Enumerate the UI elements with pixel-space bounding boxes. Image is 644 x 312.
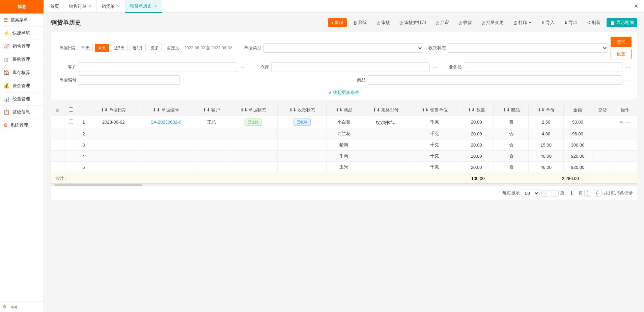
tab-close-sales-order[interactable]: ✕	[88, 4, 92, 9]
delete-button[interactable]: 🗑 删除	[349, 18, 370, 27]
warehouse-dots-btn[interactable]: ···	[432, 64, 439, 70]
date-btn-today[interactable]: 今天	[95, 44, 109, 52]
spec-column-header[interactable]: ⬆⬇ 规格型号	[361, 104, 410, 116]
show-detail-button[interactable]: 📋 显示明细	[607, 18, 637, 27]
scrollbar-track[interactable]	[51, 183, 637, 186]
gear-cell	[51, 128, 64, 139]
qty-column-header[interactable]: ⬆⬇ 数量	[459, 104, 494, 116]
customer-cell: 王总	[194, 116, 229, 128]
customer-input[interactable]	[79, 62, 237, 72]
doc-status-badge: 已生效	[245, 119, 262, 126]
filter-collapse-btn[interactable]: ∧ 收起更多条件	[56, 88, 632, 97]
print-button[interactable]: 🖨 打印 ▼	[510, 18, 535, 27]
docno-cell	[138, 139, 194, 151]
docstatus-column-header[interactable]: ⬆⬇ 单据状态	[229, 104, 278, 116]
date-btn-7days[interactable]: 近7天	[111, 44, 128, 52]
tab-close-sales-history[interactable]: ✕	[154, 4, 157, 8]
sidebar-collapse-icon[interactable]: ◀◀	[10, 304, 17, 309]
refresh-button[interactable]: ↺ 刷新	[584, 18, 604, 27]
first-page-btn[interactable]: ⟨⟨	[541, 190, 550, 197]
sidebar-item-label: 搜索菜单	[10, 17, 28, 23]
table-header-row: ⚙ ⬆⬇ 单据日期 ⬆⬇ 单据编号 ⬆⬇ 客户	[51, 104, 637, 116]
filter-row-3: 单据编号 商品 ···	[56, 75, 632, 85]
sidebar-settings-icon[interactable]: ⚙	[3, 304, 7, 309]
select-all-checkbox[interactable]	[69, 107, 73, 112]
sidebar-item-purchase-mgmt[interactable]: 🛒 采购管理	[0, 53, 44, 66]
per-page-select[interactable]: 50 100 200	[522, 189, 539, 197]
doc-no-link[interactable]: SA-20230602-0	[150, 120, 181, 125]
sidebar-item-search-menu[interactable]: ☰ 搜索菜单	[0, 14, 44, 27]
total-qty-placeholder	[88, 176, 142, 181]
sidebar-item-sales-mgmt[interactable]: 📈 销售管理	[0, 40, 44, 53]
sidebar-item-inventory[interactable]: 🏠 库存核算	[0, 66, 44, 79]
total-qty-placeholder7	[411, 176, 465, 181]
date-column-header[interactable]: ⬆⬇ 单据日期	[89, 104, 138, 116]
edit-icon[interactable]: ✏	[620, 120, 624, 125]
export-button[interactable]: ⬇ 导出	[561, 18, 581, 27]
goods-dots-btn[interactable]: ···	[624, 77, 632, 83]
collect-button[interactable]: ◎ 收款	[455, 18, 475, 27]
goods-cell: 小白菜	[327, 116, 361, 128]
staff-dots-btn[interactable]: ···	[624, 64, 632, 70]
type-select[interactable]	[263, 43, 423, 53]
date-btn-more[interactable]: 更多	[148, 44, 162, 52]
date-btn-yesterday[interactable]: 昨天	[79, 44, 93, 52]
total-qty-placeholder6	[357, 176, 411, 181]
sidebar-item-finance-mgmt[interactable]: 💰 资金管理	[0, 79, 44, 93]
filter-date: 单据日期 昨天 今天 近7天 近1月 更多 自定义 2023-06-02 至 2…	[56, 44, 239, 52]
tab-close-sales-invoice[interactable]: ✕	[117, 4, 120, 9]
action-cell	[613, 162, 637, 173]
next-page-btn[interactable]: ⟩	[584, 190, 591, 197]
gear-column-header[interactable]: ⚙	[51, 104, 64, 116]
query-button[interactable]: 查询	[611, 37, 632, 47]
goods-input[interactable]	[368, 75, 622, 85]
review-icon: ◎	[376, 20, 380, 25]
row-checkbox[interactable]	[69, 120, 73, 124]
goods-column-header[interactable]: ⬆⬇ 商品	[327, 104, 361, 116]
abandon-button[interactable]: ◎ 弃审	[432, 18, 452, 27]
review-print-icon: ◎	[399, 20, 403, 25]
doc-no-label: 单据编号	[56, 77, 77, 83]
batch-change-button[interactable]: ◎ 批量变更	[478, 18, 507, 27]
date-btn-custom[interactable]: 自定义	[164, 44, 182, 52]
gift-column-header[interactable]: ⬆⬇ 赠品	[494, 104, 529, 116]
new-button[interactable]: + 新增	[328, 18, 347, 27]
page-input[interactable]	[566, 189, 577, 197]
sidebar-item-basic-info[interactable]: 📋 基础信息	[0, 106, 44, 119]
date-btn-1month[interactable]: 近1月	[130, 44, 146, 52]
warehouse-input[interactable]	[271, 62, 430, 72]
sidebar-item-operations-mgmt[interactable]: 📊 经营管理	[0, 93, 44, 106]
price-column-header[interactable]: ⬆⬇ 单价	[529, 104, 563, 116]
docstatus-cell	[229, 128, 278, 139]
customer-column-header[interactable]: ⬆⬇ 客户	[194, 104, 229, 116]
print-icon: 🖨	[513, 20, 517, 25]
window-close-btn[interactable]: ✕	[630, 3, 642, 9]
tab-sales-invoice[interactable]: 销货单 ✕	[97, 0, 125, 13]
trade-cell	[592, 116, 613, 128]
sidebar-item-quick-nav[interactable]: ⚡ 快捷导航	[0, 27, 44, 40]
date-range: 2023-06-02 至 2023-06-02	[184, 45, 232, 51]
search-menu-icon: ☰	[3, 17, 8, 23]
settings-button[interactable]: 设置	[611, 49, 632, 59]
filter-customer: 客户 ···	[56, 62, 246, 72]
spec-cell	[361, 139, 410, 151]
import-button[interactable]: ⬆ 导入	[538, 18, 558, 27]
staff-input[interactable]	[464, 62, 622, 72]
last-page-btn[interactable]: ⟩⟩	[593, 190, 601, 197]
review-print-button[interactable]: ◎ 审核并打印	[396, 18, 429, 27]
customer-dots-btn[interactable]: ···	[239, 64, 246, 70]
tab-sales-order[interactable]: 销售订单 ✕	[64, 0, 97, 13]
docno-column-header[interactable]: ⬆⬇ 单据编号	[138, 104, 194, 116]
sidebar-item-system-mgmt[interactable]: ⚙ 系统管理	[0, 119, 44, 132]
sidebar-item-label: 采购管理	[12, 56, 30, 62]
doc-no-input[interactable]	[79, 75, 180, 85]
more-icon[interactable]: ⋯	[626, 120, 631, 125]
paystatus-column-header[interactable]: ⬆⬇ 收款状态	[278, 104, 327, 116]
unit-column-header[interactable]: ⬆⬇ 销售单位	[410, 104, 459, 116]
tab-home[interactable]: 首页	[46, 0, 64, 13]
tab-sales-history[interactable]: 销货单历史 ✕	[125, 0, 162, 13]
customer-label: 客户	[56, 64, 77, 70]
review-button[interactable]: ◎ 审核	[373, 18, 393, 27]
pay-status-select[interactable]	[448, 43, 608, 53]
prev-page-btn[interactable]: ⟨	[552, 190, 559, 197]
